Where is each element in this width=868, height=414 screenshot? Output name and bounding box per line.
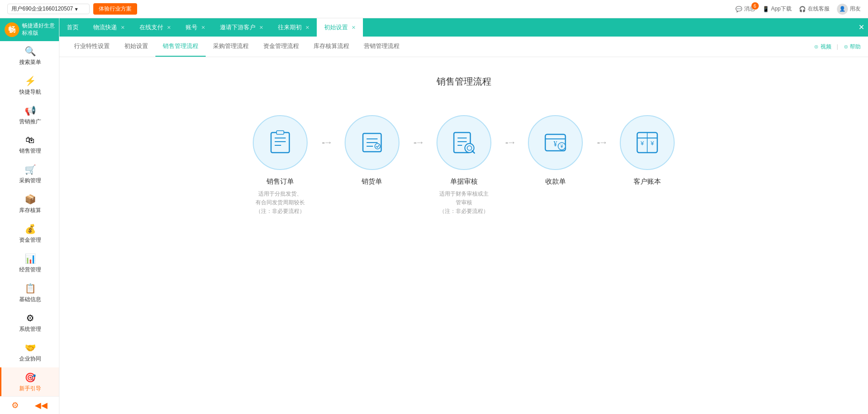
sidebar-icon: 📊: [25, 253, 36, 264]
close-icon[interactable]: ✕: [351, 25, 356, 31]
close-icon[interactable]: ✕: [167, 25, 171, 31]
sidebar-item-企业协同[interactable]: 🤝 企业协同: [0, 338, 59, 367]
flow-step-客户账本[interactable]: ¥ ¥ 客户账本: [606, 115, 688, 190]
nav-tab-初始设置[interactable]: 初始设置✕: [317, 18, 363, 37]
sidebar-icon: 🛒: [25, 164, 36, 175]
flow-arrow-3: ···→: [505, 115, 515, 148]
svg-text:¥: ¥: [554, 140, 557, 148]
divider: |: [837, 43, 838, 50]
flow-step-desc: 适用于分批发货、有合同发货周期较长（注：非必要流程）: [256, 190, 305, 216]
flow-step-label: 单据审核: [450, 177, 478, 186]
sidebar-item-新手引导[interactable]: 🎯 新手引导: [0, 367, 59, 396]
svg-point-9: [375, 143, 380, 149]
svg-line-16: [472, 151, 474, 153]
flow-step-收款单[interactable]: ¥ ¥ 收款单: [514, 115, 596, 190]
sub-tab-采购管理流程[interactable]: 采购管理流程: [206, 37, 256, 57]
close-all-tabs[interactable]: ✕: [858, 24, 864, 31]
flow-circle: [253, 115, 308, 170]
flow-step-label: 销售订单: [266, 177, 294, 186]
sub-tab-初始设置[interactable]: 初始设置: [117, 37, 155, 57]
service-item[interactable]: 🎧 在线客服: [799, 5, 830, 13]
sidebar-item-经营管理[interactable]: 📊 经营管理: [0, 249, 59, 278]
flow-step-desc: 适用于财务审核或主管审核（注：非必要流程）: [439, 190, 489, 216]
main-content: 行业特性设置初始设置销售管理流程采购管理流程资金管理流程库存核算流程营销管理流程…: [59, 37, 868, 414]
service-label: 在线客服: [808, 5, 830, 13]
sidebar-icon: 🔍: [25, 46, 36, 57]
flow-step-单据审核[interactable]: 单据审核 适用于财务审核或主管审核（注：非必要流程）: [423, 115, 505, 216]
sub-tab-销售管理流程[interactable]: 销售管理流程: [155, 37, 206, 57]
help-link[interactable]: ⊙ 帮助: [844, 43, 861, 51]
phone-icon: 📱: [762, 6, 769, 12]
trial-button[interactable]: 体验行业方案: [93, 3, 137, 15]
app-label: App下载: [771, 5, 792, 13]
sidebar-item-销售管理[interactable]: 🛍 销售管理: [0, 130, 59, 159]
sidebar-icon: 💰: [25, 223, 36, 234]
nav-tabs: 首页物流快递✕在线支付✕账号✕邀请下游客户✕往来期初✕初始设置✕✕: [59, 18, 868, 37]
close-icon[interactable]: ✕: [121, 25, 125, 31]
svg-rect-0: [271, 133, 289, 153]
flow-title: 销售管理流程: [87, 75, 841, 88]
user-selector[interactable]: 用户690企业1660120507 ▾: [7, 4, 90, 14]
sidebar: 畅 畅捷通好生意 标准版 🔍 搜索菜单 ⚡ 快捷导航 📢 营销推广 🛍 销售管理…: [0, 18, 59, 414]
user-name-label: 用友: [850, 5, 861, 13]
sidebar-item-系统管理[interactable]: ⚙ 系统管理: [0, 308, 59, 338]
logo-icon: 畅: [5, 22, 19, 37]
flow-step-销货单[interactable]: 销货单: [331, 115, 413, 190]
app-download-item[interactable]: 📱 App下载: [762, 5, 792, 13]
nav-tab-往来期初[interactable]: 往来期初✕: [271, 18, 317, 37]
nav-tab-在线支付[interactable]: 在线支付✕: [132, 18, 178, 37]
svg-text:¥: ¥: [560, 144, 563, 149]
sidebar-logo: 畅 畅捷通好生意 标准版: [0, 18, 59, 41]
sub-tabs: 行业特性设置初始设置销售管理流程采购管理流程资金管理流程库存核算流程营销管理流程…: [59, 37, 868, 57]
flow-step-label: 收款单: [545, 177, 566, 186]
sidebar-item-采购管理[interactable]: 🛒 采购管理: [0, 159, 59, 189]
sidebar-item-搜索菜单[interactable]: 🔍 搜索菜单: [0, 41, 59, 71]
header-right: 💬 消息 6 📱 App下载 🎧 在线客服 👤 用友: [735, 4, 861, 15]
sidebar-icon: 🤝: [25, 342, 36, 353]
flow-arrow-2: ···→: [413, 115, 423, 148]
sidebar-icon: 🛍: [26, 135, 35, 145]
close-icon[interactable]: ✕: [259, 25, 263, 31]
flow-arrow-4: ···→: [596, 115, 606, 148]
sidebar-item-库存核算[interactable]: 📦 库存核算: [0, 189, 59, 219]
flow-circle: ¥ ¥: [528, 115, 583, 170]
close-icon[interactable]: ✕: [201, 25, 205, 31]
sub-tab-行业特性设置[interactable]: 行业特性设置: [67, 37, 117, 57]
user-label: 用户690企业1660120507: [11, 5, 73, 13]
nav-tab-邀请下游客户[interactable]: 邀请下游客户✕: [213, 18, 271, 37]
flow-circle: ¥ ¥: [620, 115, 675, 170]
flow-circle: [437, 115, 491, 170]
flow-arrow-1: ···→: [321, 115, 331, 148]
sub-tab-资金管理流程[interactable]: 资金管理流程: [256, 37, 306, 57]
video-link[interactable]: ⊙ 视频: [814, 43, 831, 51]
sidebar-icon: 🎯: [25, 372, 36, 383]
sidebar-item-资金管理[interactable]: 💰 资金管理: [0, 219, 59, 249]
flow-step-label: 销货单: [362, 177, 382, 186]
message-icon: 💬: [735, 6, 742, 12]
nav-tab-账号[interactable]: 账号✕: [178, 18, 213, 37]
nav-tab-首页[interactable]: 首页: [59, 18, 86, 37]
sidebar-items: 🔍 搜索菜单 ⚡ 快捷导航 📢 营销推广 🛍 销售管理 🛒 采购管理 📦 库存核…: [0, 41, 59, 396]
sidebar-icon: ⚙: [26, 313, 34, 324]
flow-step-销售订单[interactable]: 销售订单 适用于分批发货、有合同发货周期较长（注：非必要流程）: [239, 115, 321, 216]
sub-tab-库存核算流程[interactable]: 库存核算流程: [306, 37, 357, 57]
sidebar-icon: 📦: [25, 194, 36, 205]
settings-icon[interactable]: ⚙: [11, 400, 19, 410]
flow-circle: [345, 115, 399, 170]
flow-step-label: 客户账本: [634, 177, 661, 186]
message-item[interactable]: 💬 消息 6: [735, 5, 755, 13]
sidebar-icon: 📋: [25, 283, 36, 294]
sidebar-item-基础信息[interactable]: 📋 基础信息: [0, 278, 59, 308]
sidebar-item-营销推广[interactable]: 📢 营销推广: [0, 101, 59, 130]
logo-text: 畅捷通好生意 标准版: [22, 22, 55, 37]
sidebar-icon: ⚡: [25, 75, 36, 86]
user-avatar-item[interactable]: 👤 用友: [837, 4, 861, 15]
chevron-down-icon: ▾: [75, 6, 78, 12]
nav-tab-物流快递[interactable]: 物流快递✕: [86, 18, 132, 37]
close-icon[interactable]: ✕: [305, 25, 309, 31]
collapse-icon[interactable]: ◀◀: [35, 400, 48, 410]
sidebar-item-快捷导航[interactable]: ⚡ 快捷导航: [0, 71, 59, 101]
header-left: 用户690企业1660120507 ▾ 体验行业方案: [7, 3, 137, 15]
svg-rect-4: [277, 131, 284, 134]
sub-tab-营销管理流程[interactable]: 营销管理流程: [357, 37, 407, 57]
